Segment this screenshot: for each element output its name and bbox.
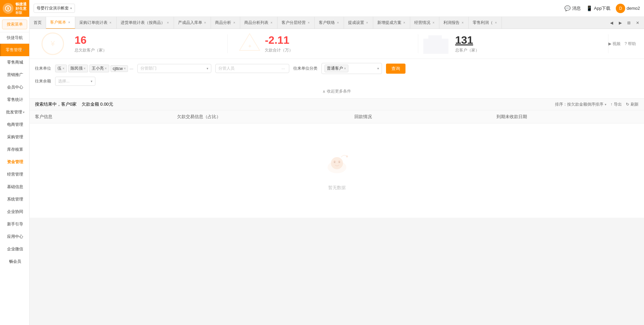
sidebar-item-batch-mgmt[interactable]: 批发管理 ▾ [0,106,29,118]
tab-close-icon[interactable]: × [68,20,71,25]
sidebar-item-purchase[interactable]: 采购管理 [0,131,29,143]
sidebar-item-enterprise-wechat[interactable]: 企业微信 [0,243,29,255]
tab-new-promotion[interactable]: 新增提成方案 × [373,17,411,29]
stat-bg-icon-customers: ¥ [41,32,65,56]
tab-close-icon[interactable]: × [494,21,498,25]
quick-nav-button[interactable]: 快捷导航 [0,32,29,44]
tab-close-icon[interactable]: × [204,21,207,25]
tabs-bar: 首页 客户账本 × 采购订单统计表 × 进货单统计表（按商品） × 产成品入库单… [30,17,644,29]
tab-home[interactable]: 首页 [30,17,46,29]
tab-prev-button[interactable]: ◀ [608,19,615,27]
sidebar-item-marketing[interactable]: 营销推广 [0,69,29,81]
stat-info-total: 131 总客户（家） [455,34,479,53]
sidebar-item-finance[interactable]: 资金管理 [0,156,29,168]
message-button[interactable]: 💬 消息 [564,5,581,11]
tab-operations[interactable]: 经营情况 × [410,17,439,29]
tab-customer-account[interactable]: 客户账本 × [46,17,75,29]
stat-label-amount: 欠款合计（万） [265,47,293,53]
tab-goods-analysis[interactable]: 商品分析 × [211,17,240,29]
account-selector[interactable]: 母婴行业演示帐套 ▾ [34,4,75,13]
video-button[interactable]: ▶ 视频 [608,41,620,47]
balance-select[interactable]: 选择... ▾ [55,77,95,86]
balance-filter-label: 往来余额 [35,78,51,84]
sidebar-item-retail-mgmt[interactable]: 零售管理 ▾ [0,44,29,56]
tab-close-icon[interactable]: × [307,21,310,25]
tab-close-icon[interactable]: × [461,21,464,25]
tab-close-icon[interactable]: × [432,21,435,25]
tag-close-wu[interactable]: × [62,67,65,70]
col-repayment: 回款情况 [354,114,497,120]
sidebar-item-member[interactable]: 会员中心 [0,81,29,94]
tab-close-icon[interactable]: × [403,21,406,25]
person-select[interactable]: 分管人员 ··· [215,64,289,73]
tab-expand-button[interactable]: ⊞ [625,19,633,27]
tag-close-chen[interactable]: × [84,67,86,70]
sidebar-item-basic-info[interactable]: 基础信息 [0,181,29,193]
stat-value-customers: 16 [75,34,107,46]
sort-button[interactable]: 排序：按欠款金额倒序排序 ▾ [555,102,606,107]
tab-customer-segment[interactable]: 客户分层经营 × [277,17,315,29]
tab-purchase-order[interactable]: 采购订单统计表 × [75,17,117,29]
classify-filter-label: 往来单位分类 [293,66,317,71]
help-icon: ? [625,41,627,46]
classify-select[interactable]: 普通客户 × ▾ [321,63,382,74]
refresh-button[interactable]: ↻ 刷新 [626,102,639,107]
sidebar-item-new-guide[interactable]: 新手引导 [0,218,29,230]
help-button[interactable]: ? 帮助 [625,41,636,47]
sidebar-item-retail-mall[interactable]: 零售商城 [0,56,29,69]
tab-product-inbound[interactable]: 产成品入库单 × [174,17,211,29]
col-customer-info: 客户信息 [35,114,177,120]
tab-next-button[interactable]: ▶ [616,19,624,27]
svg-text:✦: ✦ [248,43,252,49]
dept-select[interactable]: 分管部门 ▾ [137,64,211,73]
tab-close-icon[interactable]: × [166,21,170,25]
tag-close-wang[interactable]: × [105,67,107,70]
sidebar-item-system[interactable]: 系统管理 [0,193,29,206]
sidebar-item-operations[interactable]: 经营管理 [0,168,29,181]
tab-inbound-stats[interactable]: 进货单统计表（按商品） × [117,17,174,29]
query-button[interactable]: 查询 [386,64,405,74]
filter-tag-chen: 陈民强 × [68,65,88,72]
tab-close-all-button[interactable]: ✕ [634,19,641,27]
sidebar-item-app-center[interactable]: 应用中心 [0,230,29,243]
tab-goods-analysis-list[interactable]: 商品分析列表 × [240,17,277,29]
tag-close-cjttcw[interactable]: × [124,67,126,70]
sidebar-item-vip[interactable]: 畅会员 [0,255,29,268]
sidebar-item-enterprise[interactable]: 企业协同 [0,206,29,218]
topbar: 母婴行业演示帐套 ▾ 💬 消息 📱 App下载 D demo2 [30,0,644,17]
main-area: 母婴行业演示帐套 ▾ 💬 消息 📱 App下载 D demo2 首页 客户账本 … [30,0,644,325]
export-button[interactable]: ↑ 导出 [610,102,622,107]
col-due-date: 到期未收款日期 [497,114,639,120]
empty-text: 暂无数据 [328,185,346,191]
tab-close-icon[interactable]: × [366,21,369,25]
chevron-icon: ▾ [23,110,25,114]
user-avatar[interactable]: D demo2 [616,4,640,13]
empty-illustration [324,150,350,182]
tab-close-icon[interactable]: × [232,21,236,25]
sort-label: 排序：按欠款金额倒序排序 [555,102,603,107]
tab-close-icon[interactable]: × [109,21,112,25]
tab-retail-profit[interactable]: 零售利润（ × [469,17,502,29]
sidebar-item-ecommerce[interactable]: 电商管理 [0,118,29,131]
person-placeholder: 分管人员 [218,66,280,71]
tab-close-icon[interactable]: × [336,21,340,25]
svg-point-13 [334,162,335,163]
classify-tag-close[interactable]: × [344,67,346,70]
tab-customer-contact[interactable]: 客户联络 × [315,17,344,29]
sidebar-logo: ¥ 畅捷通好生意 标版 [0,0,29,17]
search-menu-button[interactable]: 搜索菜单 [2,20,27,29]
message-icon: 💬 [564,5,571,11]
sidebar-item-retail-stats[interactable]: 零售统计 [0,94,29,106]
filter-row-2: 往来余额 选择... ▾ [35,77,639,86]
dept-dropdown-icon: ▾ [207,67,208,70]
export-icon: ↑ [610,102,612,107]
stats-row: ¥ 16 总欠款客户（家） ✦ -2 [30,29,644,59]
tab-close-icon[interactable]: × [270,21,273,25]
collapse-more-button[interactable]: ∧ 收起更多条件 [35,88,639,94]
app-download-button[interactable]: 📱 App下载 [586,5,610,11]
tab-profit-report[interactable]: 利润报告 × [439,17,469,29]
sidebar-item-inventory[interactable]: 库存核算 [0,143,29,156]
stat-bg-icon-total [422,32,448,56]
more-tags-button[interactable]: ··· [129,66,133,71]
tab-promotion-settings[interactable]: 提成设置 × [344,17,373,29]
